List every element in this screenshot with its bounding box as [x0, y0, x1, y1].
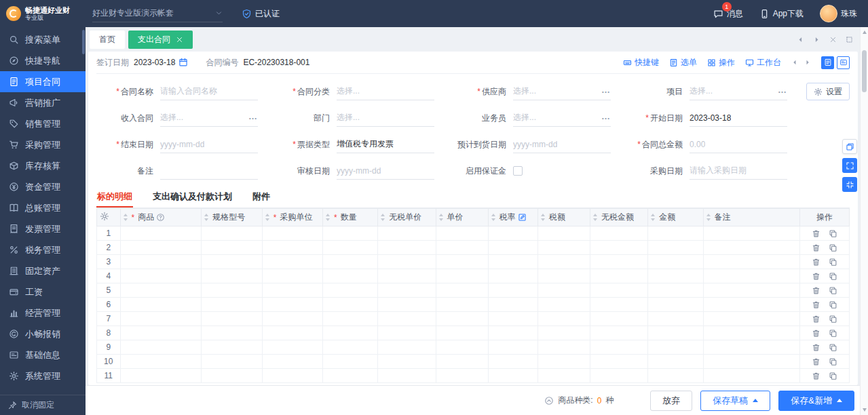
tab-home[interactable]: 首页 — [90, 31, 125, 49]
empty-cell[interactable] — [262, 298, 322, 312]
empty-cell[interactable] — [202, 340, 262, 355]
field-input[interactable]: 选择... — [337, 109, 434, 127]
column-header-7[interactable]: 税率 — [488, 209, 537, 226]
checkbox[interactable] — [513, 166, 523, 176]
empty-cell[interactable] — [262, 269, 322, 283]
empty-cell[interactable] — [590, 269, 648, 283]
sort-icon[interactable] — [204, 214, 209, 221]
empty-cell[interactable] — [120, 255, 202, 269]
empty-cell[interactable] — [537, 326, 590, 340]
delete-row-icon[interactable] — [812, 315, 820, 323]
empty-cell[interactable] — [590, 255, 648, 269]
empty-cell[interactable] — [590, 312, 648, 326]
empty-cell[interactable] — [202, 326, 262, 340]
column-settings-icon[interactable] — [100, 212, 109, 221]
column-header-3[interactable]: *采购单位 — [262, 209, 322, 226]
empty-cell[interactable] — [537, 312, 590, 326]
sort-icon[interactable] — [124, 214, 128, 221]
copy-row-icon[interactable] — [829, 258, 837, 266]
calendar-icon[interactable] — [178, 58, 188, 67]
sidebar-item-13[interactable]: 工资 — [0, 281, 86, 302]
ellipsis-icon[interactable]: … — [248, 111, 258, 125]
delete-row-icon[interactable] — [812, 243, 820, 252]
column-header-1[interactable]: *商品 — [120, 209, 202, 226]
empty-cell[interactable] — [378, 340, 436, 355]
empty-cell[interactable] — [488, 369, 537, 383]
empty-cell[interactable] — [648, 312, 703, 326]
scroll-down-icon[interactable] — [863, 408, 867, 412]
empty-cell[interactable] — [262, 241, 322, 255]
sidebar-item-15[interactable]: 小畅报销 — [0, 323, 86, 344]
field-input[interactable] — [160, 162, 258, 180]
sidebar-item-11[interactable]: 税务管理 — [0, 239, 86, 260]
empty-cell[interactable] — [120, 298, 202, 312]
empty-cell[interactable] — [488, 355, 537, 369]
close-tab-icon[interactable] — [176, 36, 183, 43]
empty-cell[interactable] — [648, 241, 703, 255]
empty-cell[interactable] — [648, 226, 703, 241]
empty-cell[interactable] — [323, 312, 378, 326]
list-view-toggle[interactable] — [821, 56, 834, 69]
copy-row-icon[interactable] — [829, 315, 837, 323]
sidebar-item-1[interactable]: 搜索菜单 — [0, 29, 86, 50]
close-tabs-icon[interactable] — [829, 36, 837, 43]
sort-icon[interactable] — [651, 214, 656, 221]
empty-cell[interactable] — [202, 283, 262, 298]
user-menu[interactable]: 珠珠 — [820, 5, 857, 22]
empty-cell[interactable] — [436, 283, 488, 298]
field-input[interactable]: 0.00 — [690, 136, 787, 153]
empty-cell[interactable] — [323, 255, 378, 269]
column-header-10[interactable]: 金额 — [648, 209, 703, 226]
copy-row-icon[interactable] — [829, 300, 837, 309]
copy-row-icon[interactable] — [829, 329, 837, 338]
copy-row-icon[interactable] — [829, 357, 837, 366]
empty-cell[interactable] — [436, 312, 488, 326]
delete-row-icon[interactable] — [812, 343, 820, 352]
fullscreen-button[interactable] — [842, 158, 857, 173]
field-input[interactable]: 选择...… — [160, 109, 258, 127]
copy-row-icon[interactable] — [829, 286, 837, 295]
field-input[interactable]: 选择...… — [690, 83, 787, 100]
scroll-tabs-left-icon[interactable] — [797, 36, 804, 43]
delete-row-icon[interactable] — [812, 286, 820, 295]
prev-record-icon[interactable] — [791, 59, 798, 66]
empty-cell[interactable] — [488, 312, 537, 326]
sort-icon[interactable] — [326, 214, 331, 221]
empty-cell[interactable] — [120, 369, 202, 383]
quick-window-button[interactable] — [842, 139, 857, 154]
empty-cell[interactable] — [120, 326, 202, 340]
scroll-tabs-right-icon[interactable] — [813, 36, 820, 43]
copy-row-icon[interactable] — [829, 343, 837, 352]
delete-row-icon[interactable] — [812, 329, 820, 338]
empty-cell[interactable] — [436, 326, 488, 340]
account-set-select[interactable]: 好业财专业版演示帐套 — [92, 5, 223, 22]
save-and-new-button[interactable]: 保存&新增 — [778, 391, 854, 411]
empty-cell[interactable] — [648, 369, 703, 383]
empty-cell[interactable] — [703, 340, 799, 355]
empty-cell[interactable] — [202, 241, 262, 255]
scroll-up-icon[interactable] — [863, 31, 867, 34]
empty-cell[interactable] — [590, 369, 648, 383]
empty-cell[interactable] — [378, 283, 436, 298]
doc-tool-2[interactable]: 选单 — [669, 57, 697, 68]
empty-cell[interactable] — [648, 298, 703, 312]
sidebar-item-5[interactable]: 销售管理 — [0, 113, 86, 134]
empty-cell[interactable] — [323, 326, 378, 340]
empty-cell[interactable] — [590, 340, 648, 355]
copy-row-icon[interactable] — [829, 372, 837, 380]
field-input[interactable]: yyyy-mm-dd — [513, 136, 611, 153]
empty-cell[interactable] — [648, 255, 703, 269]
empty-cell[interactable] — [323, 340, 378, 355]
ellipsis-icon[interactable]: … — [778, 85, 787, 98]
empty-cell[interactable] — [590, 298, 648, 312]
sort-icon[interactable] — [439, 214, 444, 221]
empty-cell[interactable] — [323, 298, 378, 312]
empty-cell[interactable] — [120, 312, 202, 326]
sign-date-value[interactable]: 2023-03-18 — [134, 58, 175, 67]
sidebar-item-12[interactable]: 固定资产 — [0, 260, 86, 281]
sidebar-item-14[interactable]: 经营管理 — [0, 302, 86, 323]
detail-tab-2[interactable]: 支出确认及付款计划 — [152, 187, 233, 208]
empty-cell[interactable] — [537, 241, 590, 255]
delete-row-icon[interactable] — [812, 372, 820, 380]
empty-cell[interactable] — [323, 241, 378, 255]
